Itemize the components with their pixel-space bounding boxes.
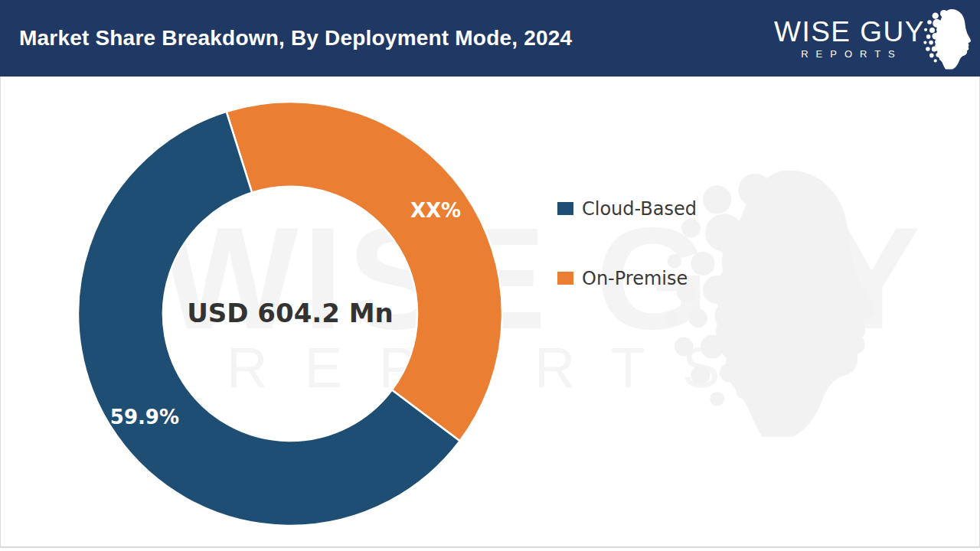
legend-item-cloud-based: Cloud-Based: [557, 193, 697, 224]
legend-swatch-on-premise: [557, 272, 573, 285]
wise-guy-logo: WISE GUY REPORTS: [774, 4, 972, 73]
donut-chart: USD 604.2 Mn 59.9%XX%: [60, 84, 520, 543]
logo-text: WISE GUY REPORTS: [774, 17, 925, 60]
donut-center-value: USD 604.2 Mn: [187, 298, 394, 328]
logo-wordmark: WISE GUY: [774, 17, 925, 48]
slice-label-on-premise: XX%: [410, 199, 461, 222]
donut-segment-on-premise: [227, 102, 502, 441]
face-icon: [919, 5, 972, 72]
legend-swatch-cloud-based: [557, 202, 573, 215]
legend-label-cloud-based: Cloud-Based: [582, 198, 697, 220]
legend-label-on-premise: On-Premise: [582, 268, 688, 289]
chart-legend: Cloud-Based On-Premise: [557, 193, 697, 294]
logo-subtitle: REPORTS: [774, 48, 925, 60]
slice-label-cloud-based: 59.9%: [110, 406, 179, 429]
header-bar: Market Share Breakdown, By Deployment Mo…: [0, 0, 980, 77]
legend-item-on-premise: On-Premise: [557, 262, 697, 294]
